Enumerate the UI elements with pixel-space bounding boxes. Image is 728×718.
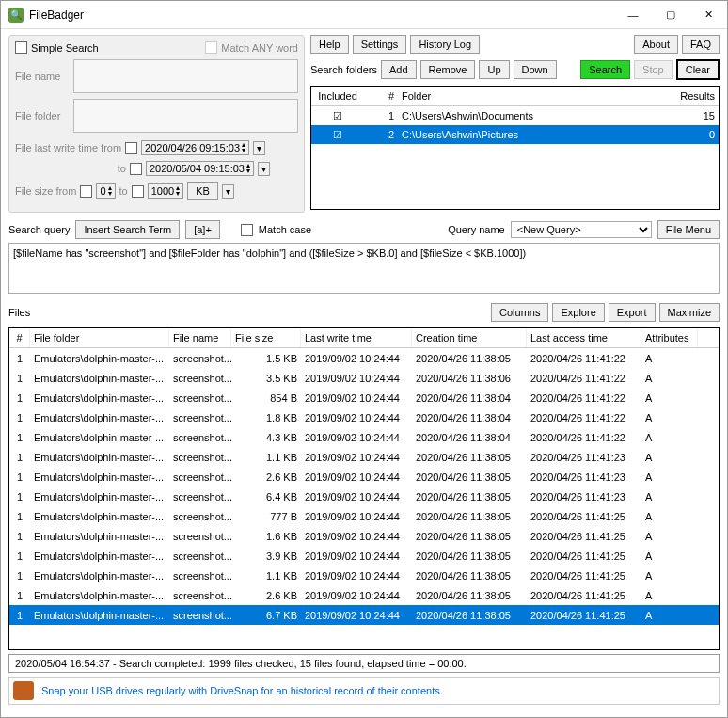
simple-search-checkbox[interactable] — [15, 41, 27, 54]
search-folders-label: Search folders — [310, 64, 377, 75]
match-case-checkbox[interactable] — [241, 224, 253, 236]
size-unit-select[interactable]: KB — [187, 182, 218, 200]
date-from-input[interactable]: 2020/04/26 09:15:03▴▾ — [141, 140, 249, 155]
remove-folder-button[interactable]: Remove — [420, 60, 476, 79]
file-name-label: File name — [15, 71, 70, 82]
fcol-name[interactable]: File name — [169, 328, 231, 347]
maximize-button[interactable]: ▢ — [652, 2, 689, 28]
table-row[interactable]: 1Emulators\dolphin-master-...screenshot.… — [9, 506, 719, 526]
size-max-input[interactable]: 1000▴▾ — [148, 183, 183, 199]
columns-button[interactable]: Columns — [491, 303, 548, 322]
fcol-creation[interactable]: Creation time — [412, 328, 527, 347]
app-icon: 🔍 — [8, 8, 24, 23]
date-from-checkbox[interactable] — [125, 142, 137, 154]
simple-search-label: Simple Search — [31, 42, 99, 54]
file-folder-input[interactable] — [73, 99, 298, 133]
up-button[interactable]: Up — [479, 60, 509, 79]
search-query-label: Search query — [8, 224, 70, 235]
fcol-lastwrite[interactable]: Last write time — [301, 328, 412, 347]
size-min-input[interactable]: 0▴▾ — [96, 183, 115, 199]
fcol-folder[interactable]: File folder — [30, 328, 169, 347]
table-row[interactable]: 1Emulators\dolphin-master-...screenshot.… — [9, 546, 719, 566]
col-results[interactable]: Results — [662, 88, 719, 104]
search-button[interactable]: Search — [580, 60, 630, 79]
explore-button[interactable]: Explore — [552, 303, 604, 322]
status-bar: 2020/05/04 16:54:37 - Search completed: … — [8, 654, 720, 673]
date-to-dropdown[interactable]: ▾ — [258, 162, 270, 176]
table-row[interactable]: 1Emulators\dolphin-master-...screenshot.… — [9, 388, 719, 407]
app-title: FileBadger — [29, 8, 614, 22]
col-num[interactable]: # — [364, 88, 398, 104]
match-any-label: Match ANY word — [221, 42, 298, 54]
fcol-lastaccess[interactable]: Last access time — [527, 328, 641, 347]
col-folder[interactable]: Folder — [398, 88, 662, 104]
file-menu-button[interactable]: File Menu — [657, 220, 720, 239]
query-name-label: Query name — [448, 224, 505, 235]
file-folder-label: File folder — [15, 110, 70, 121]
export-button[interactable]: Export — [609, 303, 656, 322]
date-to-input[interactable]: 2020/05/04 09:15:03▴▾ — [146, 161, 254, 176]
fcol-size[interactable]: File size — [231, 328, 301, 347]
table-row[interactable]: 1Emulators\dolphin-master-...screenshot.… — [9, 526, 719, 546]
table-row[interactable]: 1Emulators\dolphin-master-...screenshot.… — [9, 368, 719, 388]
file-size-from-label: File size from — [15, 185, 76, 197]
table-row[interactable]: 1Emulators\dolphin-master-...screenshot.… — [9, 447, 719, 467]
folder-row[interactable]: ☑2C:\Users\Ashwin\Pictures0 — [311, 125, 719, 144]
settings-button[interactable]: Settings — [353, 35, 407, 54]
date-from-dropdown[interactable]: ▾ — [253, 141, 265, 155]
fcol-attr[interactable]: Attributes — [641, 328, 698, 347]
size-to-checkbox[interactable] — [132, 185, 144, 198]
faq-button[interactable]: FAQ — [682, 35, 720, 54]
down-button[interactable]: Down — [514, 60, 557, 79]
table-row[interactable]: 1Emulators\dolphin-master-...screenshot.… — [9, 487, 719, 506]
footer-link[interactable]: Snap your USB drives regularly with Driv… — [41, 685, 443, 696]
query-name-select[interactable]: <New Query> — [511, 221, 652, 238]
simple-search-panel: Simple Search Match ANY word File name F… — [8, 35, 305, 213]
files-label: Files — [8, 307, 30, 318]
col-included[interactable]: Included — [311, 88, 364, 104]
add-folder-button[interactable]: Add — [381, 60, 417, 79]
last-write-from-label: File last write time from — [15, 142, 121, 153]
camera-icon — [13, 681, 34, 700]
folder-table: Included # Folder Results ☑1C:\Users\Ash… — [310, 86, 720, 210]
table-row[interactable]: 1Emulators\dolphin-master-...screenshot.… — [9, 585, 719, 605]
files-body[interactable]: 1Emulators\dolphin-master-...screenshot.… — [9, 348, 719, 649]
fcol-n[interactable]: # — [9, 328, 30, 347]
size-from-checkbox[interactable] — [80, 185, 92, 198]
folder-row[interactable]: ☑1C:\Users\Ashwin\Documents15 — [311, 106, 719, 125]
regex-button[interactable]: [a]+ — [185, 220, 220, 239]
table-row[interactable]: 1Emulators\dolphin-master-...screenshot.… — [9, 605, 719, 625]
insert-search-term-button[interactable]: Insert Search Term — [75, 220, 180, 239]
match-case-label: Match case — [259, 224, 311, 235]
to-label: to — [15, 163, 126, 174]
table-row[interactable]: 1Emulators\dolphin-master-...screenshot.… — [9, 407, 719, 427]
match-any-checkbox — [205, 41, 217, 54]
stop-button: Stop — [634, 60, 673, 79]
maximize-files-button[interactable]: Maximize — [659, 303, 720, 322]
table-row[interactable]: 1Emulators\dolphin-master-...screenshot.… — [9, 348, 719, 368]
history-log-button[interactable]: History Log — [410, 35, 480, 54]
table-row[interactable]: 1Emulators\dolphin-master-...screenshot.… — [9, 467, 719, 487]
file-name-input[interactable] — [73, 59, 298, 93]
clear-button[interactable]: Clear — [676, 59, 720, 80]
close-button[interactable]: ✕ — [689, 2, 727, 28]
table-row[interactable]: 1Emulators\dolphin-master-...screenshot.… — [9, 427, 719, 447]
files-table: # File folder File name File size Last w… — [8, 327, 720, 650]
search-query-input[interactable]: [$fileName has "screenshot"] and [$fileF… — [8, 243, 720, 294]
table-row[interactable]: 1Emulators\dolphin-master-...screenshot.… — [9, 566, 719, 585]
about-button[interactable]: About — [634, 35, 678, 54]
help-button[interactable]: Help — [310, 35, 349, 54]
date-to-checkbox[interactable] — [130, 163, 142, 175]
minimize-button[interactable]: — — [614, 2, 652, 28]
size-unit-dropdown[interactable]: ▾ — [222, 184, 234, 199]
